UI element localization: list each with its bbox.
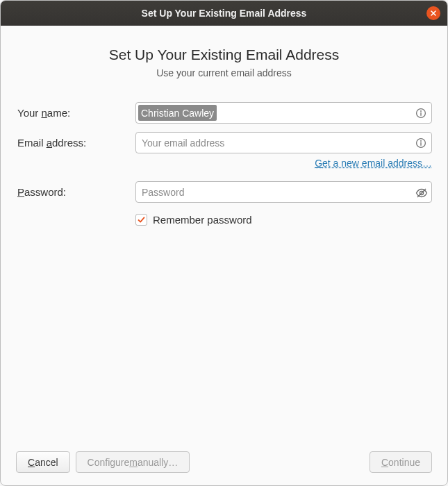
page-subtitle: Use your current email address	[16, 67, 432, 78]
email-row: Email address:	[16, 132, 432, 153]
window-title: Set Up Your Existing Email Address	[142, 8, 307, 19]
email-input[interactable]	[135, 132, 432, 153]
email-setup-window: Set Up Your Existing Email Address Set U…	[0, 0, 448, 486]
svg-point-3	[420, 110, 422, 112]
checkmark-icon	[137, 215, 146, 224]
new-email-row: Get a new email address…	[16, 158, 432, 169]
remember-password-label: Remember password	[153, 214, 252, 226]
cancel-button[interactable]: Cancel	[16, 451, 70, 473]
password-label: Password:	[16, 186, 135, 198]
page-title: Set Up Your Existing Email Address	[16, 47, 432, 63]
info-icon	[415, 137, 426, 149]
email-label: Email address:	[16, 137, 135, 149]
svg-point-6	[420, 140, 422, 142]
close-icon	[430, 10, 437, 17]
info-icon	[415, 108, 426, 119]
titlebar: Set Up Your Existing Email Address	[1, 1, 447, 26]
close-button[interactable]	[426, 6, 440, 20]
get-new-email-link[interactable]: Get a new email address…	[315, 158, 432, 169]
svg-rect-4	[420, 112, 421, 115]
remember-password-row: Remember password	[135, 214, 432, 226]
toggle-password-visibility-icon[interactable]	[415, 187, 426, 198]
name-input[interactable]	[135, 102, 432, 124]
password-input-wrap	[135, 181, 432, 203]
name-input-wrap: Christian Cawley	[135, 102, 432, 124]
name-label: Your name:	[16, 107, 135, 119]
password-row: Password:	[16, 181, 432, 203]
svg-rect-7	[420, 142, 421, 145]
dialog-content: Set Up Your Existing Email Address Use y…	[1, 26, 447, 485]
dialog-footer: Cancel Configure manually… Continue	[16, 447, 432, 476]
password-input[interactable]	[135, 181, 432, 203]
continue-button[interactable]: Continue	[370, 451, 432, 473]
email-input-wrap	[135, 132, 432, 153]
name-row: Your name: Christian Cawley	[16, 102, 432, 124]
configure-manually-button[interactable]: Configure manually…	[76, 451, 190, 473]
remember-password-checkbox[interactable]	[135, 214, 147, 226]
